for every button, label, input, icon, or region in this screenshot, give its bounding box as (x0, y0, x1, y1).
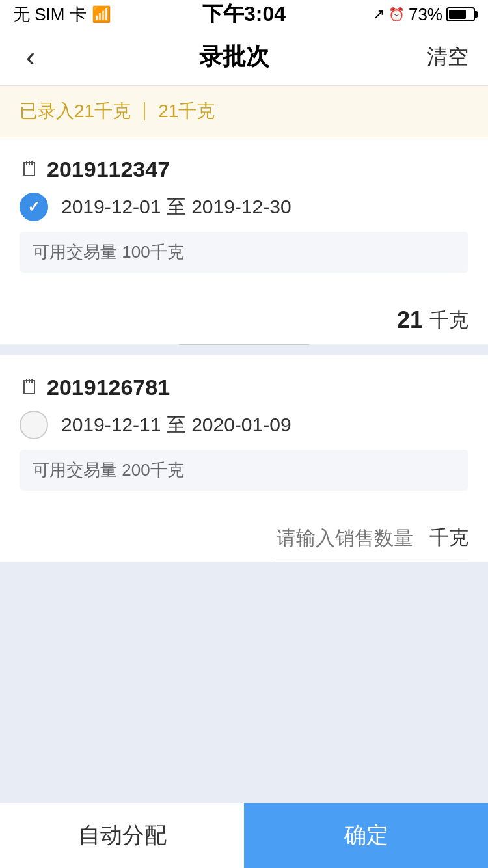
batch1-card: 🗒 2019112347 ✓ 2019-12-01 至 2019-12-30 可… (0, 137, 488, 296)
carrier-label: 无 SIM 卡 (13, 3, 87, 26)
batch1-amount-unit: 千克 (429, 307, 468, 334)
battery-fill (449, 10, 466, 19)
bottom-bar: 自动分配 确定 (0, 803, 488, 868)
batch1-row[interactable]: ✓ 2019-12-01 至 2019-12-30 (20, 193, 468, 221)
batch1-header: 🗒 2019112347 (20, 157, 468, 182)
alarm-icon: ⏰ (388, 7, 405, 22)
battery-percent: 73% (409, 5, 442, 25)
status-bar: 无 SIM 卡 📶 下午3:04 ↗ ⏰ 73% (0, 0, 488, 29)
batch1-date-range: 2019-12-01 至 2019-12-30 (61, 194, 291, 221)
main-content: 已录入21千克 21千克 🗒 2019112347 ✓ 2019-12-01 至… (0, 86, 488, 822)
batch2-row[interactable]: 2019-12-11 至 2020-01-09 (20, 411, 468, 439)
confirm-button[interactable]: 确定 (244, 803, 488, 868)
empty-area (0, 562, 488, 822)
banner-divider (144, 102, 145, 120)
batch1-amount-value: 21 (397, 306, 423, 334)
batch2-header: 🗒 2019126781 (20, 375, 468, 400)
info-banner: 已录入21千克 21千克 (0, 86, 488, 137)
battery-tip (475, 11, 478, 18)
doc-icon-1: 🗒 (20, 157, 40, 182)
check-icon-1: ✓ (27, 198, 40, 216)
total-label: 21千克 (158, 99, 215, 124)
batch2-unit: 千克 (429, 524, 468, 551)
section-separator (0, 345, 488, 355)
nav-bar: ‹ 录批次 清空 (0, 29, 488, 86)
batch2-card: 🗒 2019126781 2019-12-11 至 2020-01-09 可用交… (0, 355, 488, 514)
back-button[interactable]: ‹ (20, 35, 42, 79)
wifi-icon: 📶 (92, 5, 111, 23)
auto-distribute-button[interactable]: 自动分配 (0, 803, 244, 868)
location-icon: ↗ (373, 6, 385, 23)
recorded-label: 已录入21千克 (20, 99, 131, 124)
status-time: 下午3:04 (202, 0, 286, 29)
batch2-qty-input[interactable] (20, 527, 423, 549)
batch2-id: 2019126781 (47, 375, 170, 400)
batch2-avail: 可用交易量 200千克 (20, 450, 468, 491)
doc-icon-2: 🗒 (20, 375, 40, 400)
page-title: 录批次 (199, 41, 269, 73)
battery-bar (446, 7, 475, 21)
batch1-radio[interactable]: ✓ (20, 193, 48, 221)
batch1-id: 2019112347 (47, 157, 170, 182)
status-right: ↗ ⏰ 73% (373, 5, 475, 25)
batch2-input-row: 千克 (0, 514, 488, 562)
batch2-radio[interactable] (20, 411, 48, 439)
batch1-amount-row: 21 千克 (0, 296, 488, 344)
batch2-date-range: 2019-12-11 至 2020-01-09 (61, 412, 291, 439)
clear-button[interactable]: 清空 (427, 43, 468, 72)
status-left: 无 SIM 卡 📶 (13, 3, 111, 26)
batch1-avail: 可用交易量 100千克 (20, 232, 468, 273)
